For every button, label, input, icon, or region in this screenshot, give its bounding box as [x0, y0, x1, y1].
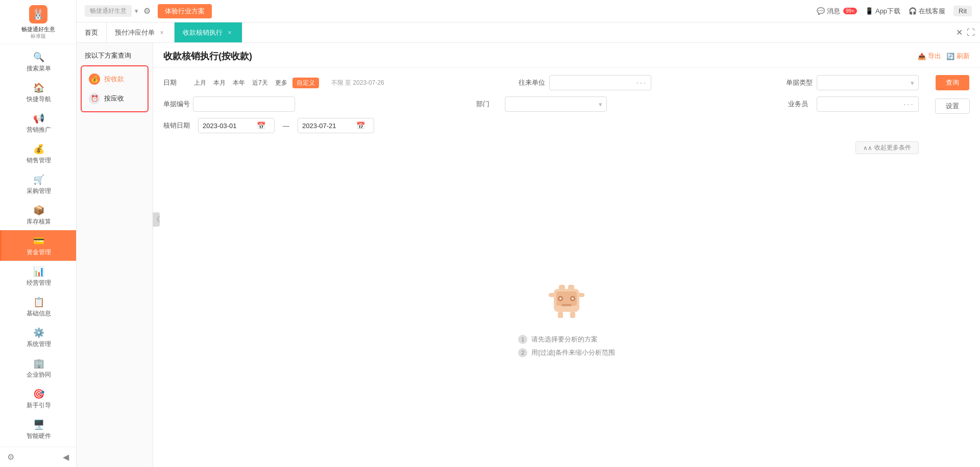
app-name: 畅捷通好生意 — [21, 26, 55, 33]
sidebar-item-hardware[interactable]: 🖥️ 智能硬件 — [0, 414, 76, 445]
sidebar-item-quick-nav[interactable]: 🏠 快捷导航 — [0, 77, 76, 108]
sidebar-item-purchase[interactable]: 🛒 采购管理 — [0, 169, 76, 200]
export-icon: 📤 — [918, 53, 926, 60]
more-dates-btn[interactable]: 更多 — [273, 78, 289, 88]
custom-date-btn[interactable]: 自定义 — [292, 78, 319, 88]
marketing-icon: 📢 — [33, 113, 44, 124]
search-form-wrapper: 日期 上月 本月 本年 近7天 更多 自定义 不限 至 2023-0 — [153, 68, 980, 163]
sidebar-item-label: 智能硬件 — [27, 432, 51, 440]
empty-tip-1: 1 请先选择要分析的方案 — [518, 335, 615, 344]
notice-label: 消息 — [827, 7, 840, 16]
verify-date-start-input[interactable] — [203, 122, 254, 130]
topbar-app-name: 畅捷通好生意 — [85, 5, 132, 17]
topbar-left: 畅捷通好生意 ▾ ⚙ 体验行业方案 — [85, 4, 817, 18]
svg-point-4 — [559, 298, 561, 300]
online-service-button[interactable]: 🎧 在线客服 — [909, 7, 945, 16]
main-area: 畅捷通好生意 ▾ ⚙ 体验行业方案 💬 消息 99+ 📱 App下载 🎧 在线客… — [77, 0, 980, 467]
guide-icon: 🎯 — [33, 388, 44, 400]
sidebar-item-label: 基础信息 — [27, 309, 51, 318]
sidebar-item-label: 快捷导航 — [27, 95, 51, 104]
settings-button[interactable]: 设置 — [935, 99, 970, 114]
svg-rect-12 — [570, 312, 575, 318]
this-month-btn[interactable]: 本月 — [211, 78, 228, 88]
dept-label: 部门 — [476, 100, 502, 109]
collection-tab-close[interactable]: × — [226, 29, 234, 37]
sidebar-item-enterprise[interactable]: 🏢 企业协同 — [0, 353, 76, 383]
empty-tip-2: 2 用[过滤]条件来缩小分析范围 — [518, 348, 615, 357]
sidebar-item-inventory[interactable]: 📦 库存核算 — [0, 200, 76, 230]
topbar: 畅捷通好生意 ▾ ⚙ 体验行业方案 💬 消息 99+ 📱 App下载 🎧 在线客… — [77, 0, 980, 22]
svg-rect-9 — [549, 293, 555, 297]
app-download-button[interactable]: 📱 App下载 — [865, 7, 900, 16]
collapse-more-button[interactable]: ∧∧ 收起更多条件 — [855, 141, 919, 154]
doctype-field: 单据类型 ▾ — [786, 75, 919, 90]
sidebar-collapse-button[interactable]: ◀ — [63, 452, 69, 462]
sidebar-nav: 🔍 搜索菜单 🏠 快捷导航 📢 营销推广 💰 销售管理 🛒 采购管理 📦 库存核… — [0, 44, 76, 447]
last-7-days-btn[interactable]: 近7天 — [250, 78, 270, 88]
svg-rect-10 — [578, 293, 584, 297]
topbar-gear-icon[interactable]: ⚙ — [143, 6, 151, 16]
verify-date-end[interactable]: 📅 — [298, 118, 374, 133]
verify-date-start[interactable]: 📅 — [198, 118, 275, 133]
tab-home[interactable]: 首页 — [77, 22, 107, 42]
last-month-btn[interactable]: 上月 — [192, 78, 208, 88]
notice-button[interactable]: 💬 消息 99+ — [817, 7, 857, 16]
dept-dropdown-icon: ▾ — [599, 101, 602, 108]
receipt-option-label: 按收款 — [104, 75, 124, 84]
sidebar-footer: ⚙ ◀ — [0, 447, 76, 467]
search-menu-icon: 🔍 — [33, 52, 44, 63]
filter-panel-collapse-button[interactable]: 《 — [153, 212, 160, 227]
partner-field: 往来单位 ··· — [519, 75, 651, 90]
sidebar-item-finance[interactable]: 💳 资金管理 — [0, 230, 76, 261]
refresh-button[interactable]: 🔄 刷新 — [946, 52, 970, 61]
filter-by-receivable[interactable]: ⏰ 按应收 — [82, 89, 148, 108]
staff-field: 业务员 ··· — [788, 96, 919, 112]
tab-maximize-icon[interactable]: ⛶ — [967, 28, 975, 37]
tab-prepay[interactable]: 预付冲应付单 × — [107, 22, 175, 42]
topbar-dropdown-arrow[interactable]: ▾ — [135, 7, 138, 15]
tab-close-icon[interactable]: ✕ — [956, 28, 963, 37]
sidebar-item-basic-info[interactable]: 📋 基础信息 — [0, 291, 76, 322]
verify-date-end-input[interactable] — [302, 122, 353, 130]
calendar-start-icon[interactable]: 📅 — [257, 121, 265, 130]
tab-bar: 首页 预付冲应付单 × 收款核销执行 × ✕ ⛶ — [77, 22, 980, 43]
filter-by-receipt[interactable]: 💰 按收款 — [82, 69, 148, 89]
sidebar-item-marketing[interactable]: 📢 营销推广 — [0, 108, 76, 138]
export-button[interactable]: 📤 导出 — [918, 52, 941, 61]
sidebar-item-sales[interactable]: 💰 销售管理 — [0, 138, 76, 169]
sidebar-item-label: 新手引导 — [27, 401, 51, 410]
tab-bar-controls: ✕ ⛶ — [951, 22, 980, 42]
sidebar-item-label: 经营管理 — [27, 279, 51, 287]
sidebar-gear-button[interactable]: ⚙ — [7, 452, 14, 462]
partner-input[interactable]: ··· — [549, 75, 651, 90]
sidebar-item-search-menu[interactable]: 🔍 搜索菜单 — [0, 46, 76, 77]
logo-icon: 🐰 — [29, 5, 47, 23]
online-service-label: 在线客服 — [919, 7, 945, 16]
sidebar-item-system[interactable]: ⚙️ 系统管理 — [0, 322, 76, 353]
this-year-btn[interactable]: 本年 — [231, 78, 247, 88]
docno-input[interactable] — [193, 96, 295, 112]
doctype-select[interactable]: ▾ — [817, 75, 919, 90]
dept-select[interactable]: ▾ — [505, 96, 607, 112]
app-logo: 🐰 畅捷通好生意 标准版 — [0, 0, 76, 44]
industry-solution-button[interactable]: 体验行业方案 — [158, 4, 212, 18]
date-unlimited-text: 不限 至 2023-07-26 — [331, 79, 384, 87]
prepay-tab-close[interactable]: × — [158, 29, 166, 37]
calendar-end-icon[interactable]: 📅 — [356, 121, 365, 130]
svg-rect-11 — [558, 312, 563, 318]
sidebar-item-operations[interactable]: 📊 经营管理 — [0, 261, 76, 291]
chevron-up-icon: ∧∧ — [863, 144, 872, 152]
tip-number-2: 2 — [518, 348, 527, 357]
svg-rect-6 — [561, 304, 572, 306]
query-button[interactable]: 查询 — [936, 75, 969, 90]
tab-collection[interactable]: 收款核销执行 × — [175, 22, 242, 42]
user-menu[interactable]: Rit — [953, 6, 972, 16]
staff-input[interactable]: ··· — [817, 96, 919, 112]
collection-tab-label: 收款核销执行 — [183, 28, 223, 37]
sidebar-item-label: 资金管理 — [27, 248, 51, 257]
receipt-option-icon: 💰 — [89, 73, 100, 85]
filter-options-box: 💰 按收款 ⏰ 按应收 — [81, 65, 149, 112]
sidebar-item-guide[interactable]: 🎯 新手引导 — [0, 383, 76, 414]
form-row-1: 日期 上月 本月 本年 近7天 更多 自定义 不限 至 2023-0 — [163, 75, 919, 90]
purchase-icon: 🛒 — [33, 174, 44, 185]
